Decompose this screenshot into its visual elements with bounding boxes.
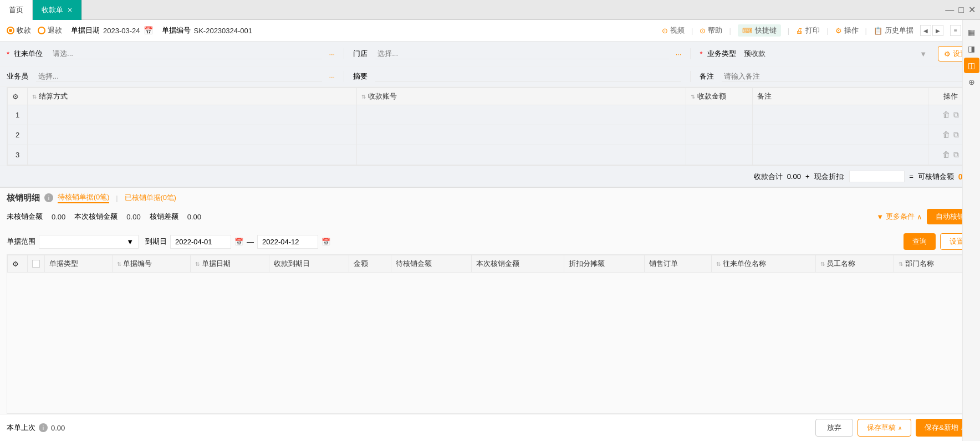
video-label: 视频	[670, 25, 685, 35]
date-label: 单据日期	[71, 25, 100, 35]
right-sidebar: ▦ ◨ ◫ ⊕	[962, 20, 980, 441]
date-to-input[interactable]	[257, 235, 318, 249]
amount-cell[interactable]	[686, 145, 753, 165]
print-btn[interactable]: 🖨 打印	[796, 25, 820, 35]
bth-settings[interactable]: ⚙	[8, 255, 28, 273]
account-cell[interactable]	[357, 105, 686, 125]
shortcut-icon: ⌨	[742, 27, 753, 35]
tab-receipt[interactable]: 收款单 ×	[33, 0, 81, 20]
sidebar-icon-panel[interactable]: ◨	[964, 41, 979, 57]
tab-bar-right: — □ ✕	[945, 4, 980, 15]
staff-ellipsis[interactable]: ···	[329, 73, 335, 81]
bth-current: 本次核销金额	[471, 255, 564, 273]
equals-sign: =	[909, 172, 913, 181]
pending-tab[interactable]: 待核销单据(0笔)	[58, 192, 109, 203]
unchecked-value: 0.00	[52, 213, 65, 221]
copy-row-icon[interactable]: ⧉	[953, 130, 959, 140]
summary-input[interactable]	[375, 71, 681, 82]
verifiable-label: 可核销金额	[918, 172, 954, 182]
biz-type-value: 预收款	[744, 49, 916, 59]
amount-cell[interactable]	[686, 125, 753, 145]
verification-table: ⚙ 单据类型 ⇅ 单据编号	[7, 255, 973, 273]
delete-row-icon[interactable]: 🗑	[942, 110, 950, 120]
summary-row: 收款合计 0.00 + 现金折扣: = 可核销金额 0.00	[0, 166, 980, 187]
bth-type: 单据类型	[45, 255, 113, 273]
amount-cell[interactable]	[686, 105, 753, 125]
delete-row-icon[interactable]: 🗑	[942, 130, 950, 140]
shortcut-btn[interactable]: ⌨ 快捷键	[738, 24, 781, 37]
save-draft-btn[interactable]: 保存草稿 ∧	[858, 419, 911, 437]
bth-number-label: 单据编号	[123, 259, 152, 268]
history-btn[interactable]: 📋 历史单据	[874, 25, 913, 35]
calendar-from-icon[interactable]: 📅	[234, 238, 243, 246]
delete-row-icon[interactable]: 🗑	[942, 150, 950, 160]
radio-receipt[interactable]: 收款	[7, 25, 31, 35]
history-label: 历史单据	[885, 25, 913, 35]
th-settings[interactable]: ⚙	[8, 88, 28, 105]
copy-row-icon[interactable]: ⧉	[953, 150, 959, 160]
number-label: 单据编号	[162, 25, 191, 35]
settings-icon: ⚙	[12, 93, 19, 101]
abandon-btn[interactable]: 放弃	[815, 419, 853, 437]
settlement-cell[interactable]	[28, 125, 357, 145]
biz-type-dropdown[interactable]: ▼	[920, 50, 927, 58]
close-window-btn[interactable]: ✕	[968, 4, 976, 15]
bth-checkbox	[28, 255, 45, 273]
footer-info-icon[interactable]: i	[39, 423, 48, 432]
date-from-input[interactable]	[170, 235, 231, 249]
shop-ellipsis[interactable]: ···	[676, 50, 682, 58]
prev-arrow[interactable]: ◀	[920, 25, 931, 36]
list-view-btn[interactable]: ≡	[950, 25, 961, 36]
range-select[interactable]: ▼	[39, 235, 139, 249]
done-tab[interactable]: 已核销单据(0笔)	[125, 193, 176, 203]
calendar-to-icon[interactable]: 📅	[321, 238, 330, 246]
remark-cell[interactable]	[753, 145, 928, 165]
copy-row-icon[interactable]: ⧉	[953, 110, 959, 120]
date-value[interactable]: 2023-03-24	[103, 27, 140, 35]
shop-input[interactable]	[375, 48, 668, 59]
query-btn[interactable]: 查询	[904, 233, 936, 250]
party-ellipsis[interactable]: ···	[329, 50, 335, 58]
th-account: ⇅ 收款账号	[357, 88, 686, 105]
bth-pending-label: 待核销金额	[396, 259, 432, 268]
next-arrow[interactable]: ▶	[932, 25, 943, 36]
info-icon[interactable]: i	[44, 193, 53, 202]
print-icon: 🖨	[796, 27, 803, 35]
help-btn[interactable]: ⊙ 帮助	[700, 25, 722, 35]
settlement-cell[interactable]	[28, 105, 357, 125]
date-separator: —	[247, 238, 254, 246]
shortcut-label: 快捷键	[755, 25, 777, 35]
account-cell[interactable]	[357, 145, 686, 165]
biz-required: *	[700, 50, 702, 58]
minimize-btn[interactable]: —	[945, 5, 954, 15]
bth-number: ⇅ 单据编号	[112, 255, 191, 273]
discount-input[interactable]	[849, 171, 905, 182]
sidebar-icon-table[interactable]: ▦	[964, 24, 979, 40]
bth-type-label: 单据类型	[49, 259, 78, 268]
remark-input[interactable]	[722, 71, 973, 82]
shop-group: 门店 ···	[353, 48, 681, 59]
party-group: * 往来单位 ···	[7, 48, 335, 59]
settlement-cell[interactable]	[28, 145, 357, 165]
sidebar-icon-active[interactable]: ◫	[964, 58, 979, 73]
remark-cell[interactable]	[753, 105, 928, 125]
more-conditions-btn[interactable]: ▼ 更多条件 ∧	[876, 212, 922, 222]
date-field: 单据日期 2023-03-24 📅	[71, 25, 153, 35]
sidebar-icon-link[interactable]: ⊕	[964, 74, 979, 90]
tab-home[interactable]: 首页	[0, 0, 33, 20]
bth-shop: ⇅ 部门名称	[894, 255, 973, 273]
operation-btn[interactable]: ⚙ 操作	[835, 25, 859, 35]
party-input[interactable]	[50, 48, 322, 59]
remark-cell[interactable]	[753, 125, 928, 145]
video-btn[interactable]: ⊙ 视频	[662, 25, 685, 35]
account-cell[interactable]	[357, 125, 686, 145]
verification-title-row: 核销明细 i 待核销单据(0笔) | 已核销单据(0笔)	[7, 192, 973, 203]
select-all-checkbox[interactable]	[32, 260, 40, 268]
bth-party: ⇅ 往来单位名称	[712, 255, 815, 273]
remark-label: 备注	[700, 71, 714, 81]
radio-refund[interactable]: 退款	[38, 25, 62, 35]
maximize-btn[interactable]: □	[958, 5, 964, 15]
calendar-icon[interactable]: 📅	[144, 26, 153, 35]
tab-close-icon[interactable]: ×	[68, 6, 72, 14]
staff-input[interactable]	[36, 71, 322, 82]
